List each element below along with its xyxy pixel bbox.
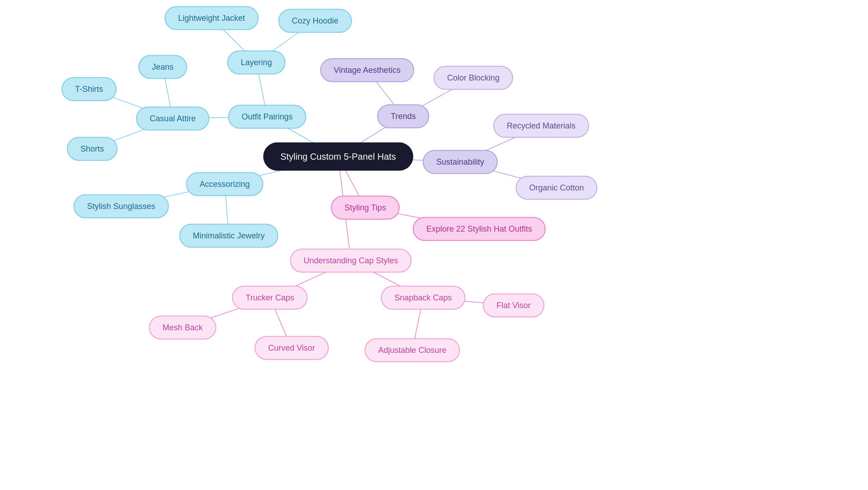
node-colorBlocking[interactable]: Color Blocking <box>434 66 513 90</box>
node-lightweightJacket[interactable]: Lightweight Jacket <box>165 6 259 30</box>
node-truckerCaps[interactable]: Trucker Caps <box>232 286 307 310</box>
node-understandingCapStyles[interactable]: Understanding Cap Styles <box>290 249 411 273</box>
node-jeans[interactable]: Jeans <box>138 55 187 79</box>
mindmap-container: Styling Custom 5-Panel HatsOutfit Pairin… <box>0 0 868 490</box>
node-accessorizing[interactable]: Accessorizing <box>186 172 263 196</box>
node-sustainability[interactable]: Sustainability <box>423 150 498 174</box>
node-shorts[interactable]: Shorts <box>67 137 118 161</box>
node-vintageAesthetics[interactable]: Vintage Aesthetics <box>320 58 414 82</box>
node-snapbackCaps[interactable]: Snapback Caps <box>381 286 465 310</box>
node-center[interactable]: Styling Custom 5-Panel Hats <box>263 143 413 171</box>
node-adjustableClosure[interactable]: Adjustable Closure <box>364 338 460 362</box>
node-cozyHoodie[interactable]: Cozy Hoodie <box>278 9 352 33</box>
node-layering[interactable]: Layering <box>227 51 285 75</box>
node-meshBack[interactable]: Mesh Back <box>149 316 216 340</box>
node-minimalisticJewelry[interactable]: Minimalistic Jewelry <box>179 224 278 248</box>
node-explore22[interactable]: Explore 22 Stylish Hat Outfits <box>413 217 546 241</box>
node-curvedVisor[interactable]: Curved Visor <box>255 336 329 360</box>
node-stylingTips[interactable]: Styling Tips <box>331 196 400 220</box>
node-outfitPairings[interactable]: Outfit Pairings <box>228 105 306 129</box>
node-casualAttire[interactable]: Casual Attire <box>136 107 209 131</box>
node-organicCotton[interactable]: Organic Cotton <box>515 176 597 200</box>
node-styliShSunglasses[interactable]: Stylish Sunglasses <box>73 195 169 219</box>
node-recycledMaterials[interactable]: Recycled Materials <box>493 114 589 138</box>
node-flatVisor[interactable]: Flat Visor <box>483 294 544 318</box>
node-tShirts[interactable]: T-Shirts <box>61 77 117 101</box>
node-trends[interactable]: Trends <box>377 105 429 128</box>
